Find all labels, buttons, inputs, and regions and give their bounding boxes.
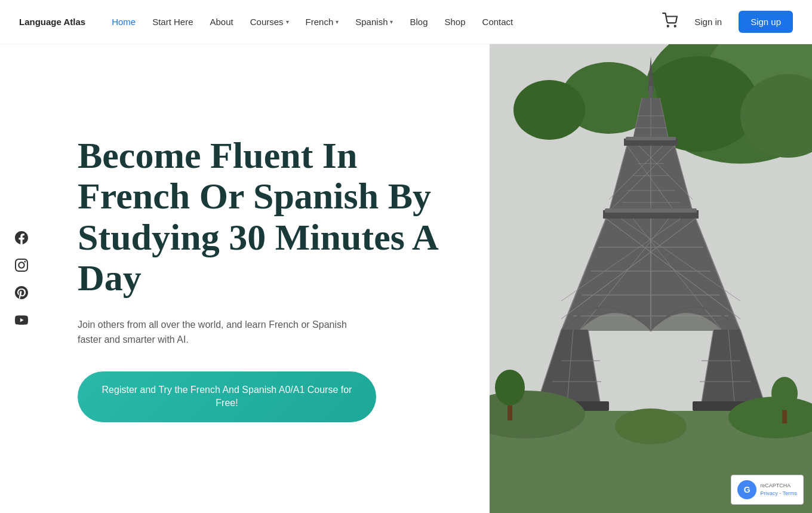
hero-section: Become Fluent In French Or Spanish By St… [0, 44, 490, 513]
nav-item-about[interactable]: About [203, 12, 241, 32]
main-nav: Home Start Here About Courses ▾ French ▾… [104, 12, 520, 32]
pinterest-icon[interactable] [14, 285, 29, 300]
main-container: Become Fluent In French Or Spanish By St… [0, 44, 812, 513]
hero-subtitle: Join others from all over the world, and… [78, 317, 364, 348]
recaptcha-text: reCAPTCHA Privacy - Terms [760, 482, 797, 497]
facebook-icon[interactable] [14, 231, 29, 245]
chevron-down-icon: ▾ [390, 19, 393, 25]
nav-item-courses[interactable]: Courses ▾ [243, 12, 296, 32]
svg-point-1 [675, 25, 676, 26]
hero-heading: Become Fluent In French Or Spanish By St… [78, 135, 454, 298]
chevron-down-icon: ▾ [286, 19, 289, 25]
nav-item-contact[interactable]: Contact [475, 12, 521, 32]
svg-rect-69 [490, 44, 812, 513]
chevron-down-icon: ▾ [336, 19, 339, 25]
nav-item-shop[interactable]: Shop [438, 12, 473, 32]
cta-button[interactable]: Register and Try the French And Spanish … [78, 371, 376, 422]
nav-item-french[interactable]: French ▾ [299, 12, 346, 32]
nav-item-blog[interactable]: Blog [402, 12, 435, 32]
header-right: Sign in Sign up [662, 11, 793, 33]
youtube-icon[interactable] [14, 313, 29, 327]
sign-in-link[interactable]: Sign in [687, 12, 729, 32]
sign-up-button[interactable]: Sign up [739, 11, 793, 33]
hero-image [490, 44, 812, 513]
nav-item-spanish[interactable]: Spanish ▾ [348, 12, 400, 32]
header-left: Language Atlas Home Start Here About Cou… [19, 12, 520, 32]
svg-point-0 [668, 25, 669, 26]
nav-item-home[interactable]: Home [104, 12, 143, 32]
recaptcha-logo: G [737, 480, 756, 499]
cart-icon[interactable] [662, 13, 678, 32]
instagram-icon[interactable] [14, 258, 29, 272]
recaptcha-badge: G reCAPTCHA Privacy - Terms [731, 475, 804, 505]
logo[interactable]: Language Atlas [19, 17, 85, 27]
social-sidebar [14, 231, 29, 327]
header: Language Atlas Home Start Here About Cou… [0, 0, 812, 44]
nav-item-start-here[interactable]: Start Here [145, 12, 200, 32]
